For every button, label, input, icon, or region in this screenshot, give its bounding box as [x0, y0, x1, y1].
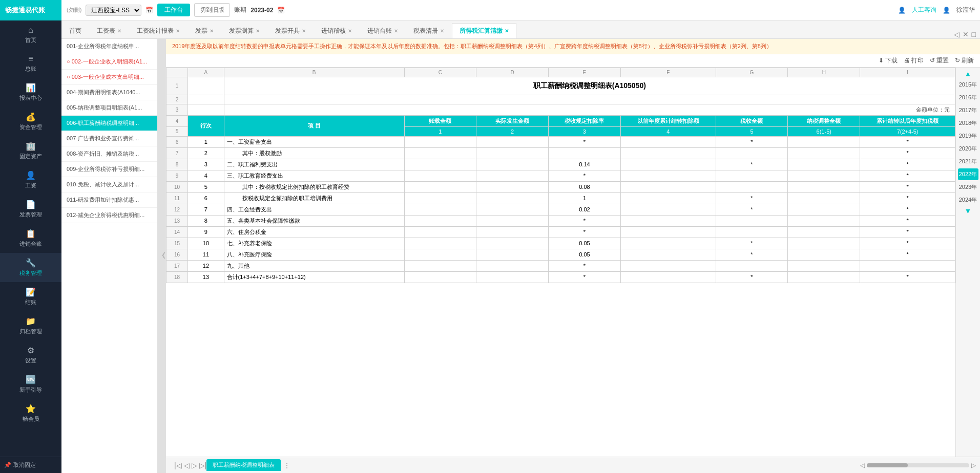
download-button[interactable]: ⬇ 下载	[879, 56, 898, 65]
reset-button[interactable]: ↺ 重置	[930, 56, 949, 65]
tab-invoice-calc[interactable]: 发票测算 ✕	[221, 23, 267, 38]
hscroll-left[interactable]: ◁	[860, 462, 865, 469]
sidebar-item-home[interactable]: ⌂ 首页	[0, 20, 61, 49]
sidebar-item-salary[interactable]: 👤 工资	[0, 165, 61, 195]
sidebar-item-close[interactable]: 📝 结账	[0, 282, 61, 311]
collapse-panel-button[interactable]: 《	[158, 39, 166, 473]
horizontal-scrollbar[interactable]	[867, 463, 969, 467]
hscroll-right[interactable]: ▷	[971, 462, 976, 469]
sidebar-item-report[interactable]: 📊 报表中心	[0, 78, 61, 107]
tab-expand[interactable]: □	[972, 30, 976, 38]
scroll-left[interactable]: ◁	[184, 461, 190, 469]
tab-salary-report[interactable]: 工资统计报表 ✕	[129, 23, 187, 38]
year-2023[interactable]: 2023年	[958, 181, 978, 193]
support-label[interactable]: 人工客询	[912, 6, 936, 14]
left-panel-item-007[interactable]: 007-广告费和业务宣传费摊...	[61, 131, 157, 146]
scroll-right-end[interactable]: ▷|	[199, 461, 207, 469]
tab-home[interactable]: 首页	[61, 23, 89, 38]
left-panel-item-006[interactable]: 006-职工薪酬纳税调整明细...	[61, 116, 157, 131]
year-down-arrow[interactable]: ▼	[956, 207, 980, 215]
year-2020[interactable]: 2020年	[958, 143, 978, 155]
sidebar-item-member[interactable]: ⭐ 畅会员	[0, 399, 61, 428]
sidebar-item-archive[interactable]: 📁 归档管理	[0, 311, 61, 340]
scroll-left-start[interactable]: |◁	[174, 461, 182, 469]
spreadsheet-container[interactable]: A B C D E F G H I	[166, 68, 955, 457]
tab-income-tax[interactable]: 所得税汇算清缴 ✕	[452, 23, 516, 38]
tab-invoice-issue[interactable]: 发票开具 ✕	[267, 23, 314, 38]
tab-purchase-audit[interactable]: 进销稽核 ✕	[314, 23, 360, 38]
switch-button[interactable]: 切到旧版	[194, 3, 230, 17]
subheader-2: 2	[476, 126, 549, 136]
close-tab-tax-register[interactable]: ✕	[440, 28, 444, 34]
workbench-button[interactable]: 工作台	[157, 4, 190, 16]
left-panel-item-003[interactable]: 003-一般企业成本支出明细...	[61, 70, 157, 85]
tab-collapse-left[interactable]: ◁	[954, 30, 960, 38]
year-2016[interactable]: 2016年	[958, 92, 978, 103]
sidebar-item-assets[interactable]: 🏢 固定资产	[0, 136, 61, 165]
subheader-1: 1	[404, 126, 476, 136]
header-col6: 纳税调整全额	[788, 115, 860, 126]
year-2021[interactable]: 2021年	[958, 156, 978, 167]
data-row-15: 15 10 七、补充养老保险 0.05 * *	[166, 238, 955, 249]
close-tab-purchase-ledger[interactable]: ✕	[394, 28, 398, 34]
unit-label: 金额单位：元	[224, 104, 955, 115]
header-col2: 实际发生金额	[476, 115, 549, 126]
left-panel-item-012[interactable]: 012-减免企业所得税优惠明细...	[61, 208, 157, 223]
data-row-9: 9 4 三、职工教育经费支出 * *	[166, 170, 955, 181]
header-col5: 税收全额	[716, 115, 788, 126]
sidebar-item-ledger[interactable]: ≡ 总账	[0, 49, 61, 78]
scroll-right[interactable]: ▷	[192, 461, 197, 469]
close-tab-invoice-issue[interactable]: ✕	[302, 28, 306, 34]
left-panel-item-001[interactable]: 001-企业所得税年度纳税申...	[61, 39, 157, 54]
print-button[interactable]: 🖨 打印	[904, 56, 924, 65]
tab-close-all[interactable]: ✕	[963, 30, 969, 38]
left-panel-item-004[interactable]: 004-期间费用明细表(A1040...	[61, 85, 157, 100]
print-icon: 🖨	[904, 57, 910, 64]
right-panel: 2019年度逐及取以前年度结转数据的申报表单元格需要手工操作正确，才能保证本年及…	[166, 39, 980, 473]
year-2024[interactable]: 2024年	[958, 194, 978, 206]
sidebar-item-finance[interactable]: 💰 资金管理	[0, 107, 61, 136]
close-tab-salary-report[interactable]: ✕	[176, 28, 180, 34]
unpin-button[interactable]: 📌 取消固定	[0, 457, 61, 473]
user-label[interactable]: 徐滢华	[956, 6, 975, 14]
subheader-4: 4	[620, 126, 716, 136]
left-panel-item-005[interactable]: 005-纳税调整项目明细表(A1...	[61, 100, 157, 116]
tab-purchase-ledger[interactable]: 进销台账 ✕	[360, 23, 406, 38]
refresh-button[interactable]: ↻ 刷新	[955, 56, 974, 65]
year-2015[interactable]: 2015年	[958, 79, 978, 91]
year-2017[interactable]: 2017年	[958, 104, 978, 116]
notice-bar: 2019年度逐及取以前年度结转数据的申报表单元格需要手工操作正确，才能保证本年及…	[166, 39, 980, 54]
sidebar-item-purchase-sales[interactable]: 📋 进销台账	[0, 224, 61, 253]
col-b: B	[224, 68, 404, 77]
header-seq: 行次	[188, 115, 224, 136]
tab-tax-register[interactable]: 税表清册 ✕	[406, 23, 452, 38]
year-up-arrow[interactable]: ▲	[956, 70, 980, 78]
year-2019[interactable]: 2019年	[958, 130, 978, 142]
sidebar-item-tax[interactable]: 🔧 税务管理	[0, 253, 61, 282]
year-2018[interactable]: 2018年	[958, 117, 978, 129]
sidebar-item-guide[interactable]: 🆕 新手引导	[0, 370, 61, 399]
bottom-menu-icon[interactable]: ⋮	[284, 462, 290, 469]
left-panel-item-011[interactable]: 011-研发费用加计扣除优惠...	[61, 192, 157, 208]
spreadsheet-title: 职工薪酬纳税调整明细表(A105050)	[224, 77, 955, 95]
close-tab-invoice-calc[interactable]: ✕	[256, 28, 260, 34]
tab-invoice[interactable]: 发票 ✕	[187, 23, 221, 38]
year-2022[interactable]: 2022年	[958, 168, 978, 180]
left-panel-item-010[interactable]: 010-免税、减计收入及加计...	[61, 177, 157, 192]
tab-salary-table[interactable]: 工资表 ✕	[89, 23, 129, 38]
left-panel-item-002[interactable]: 002-一般企业收入明细表(A1...	[61, 54, 157, 70]
close-tab-purchase-audit[interactable]: ✕	[348, 28, 352, 34]
close-tab-income-tax[interactable]: ✕	[505, 28, 509, 34]
company-selector[interactable]: 江西股宝-LSS	[86, 5, 141, 16]
sidebar-item-invoice[interactable]: 📄 发票管理	[0, 195, 61, 224]
left-panel-item-008[interactable]: 008-资产折旧、摊销及纳税...	[61, 146, 157, 162]
data-row-14: 14 9 六、住房公积金 * *	[166, 226, 955, 238]
content-area: 001-企业所得税年度纳税申... 002-一般企业收入明细表(A1... 00…	[61, 39, 980, 473]
scrollbar-thumb	[867, 463, 908, 467]
bottom-sheet-tab[interactable]: 职工薪酬纳税调整明细表	[206, 459, 281, 471]
guide-icon: 🆕	[26, 375, 36, 384]
sidebar-item-settings[interactable]: ⚙ 设置	[0, 340, 61, 370]
left-panel-item-009[interactable]: 009-企业所得税弥补亏损明细...	[61, 162, 157, 177]
close-tab-invoice[interactable]: ✕	[210, 28, 214, 34]
close-tab-salary[interactable]: ✕	[117, 28, 121, 34]
